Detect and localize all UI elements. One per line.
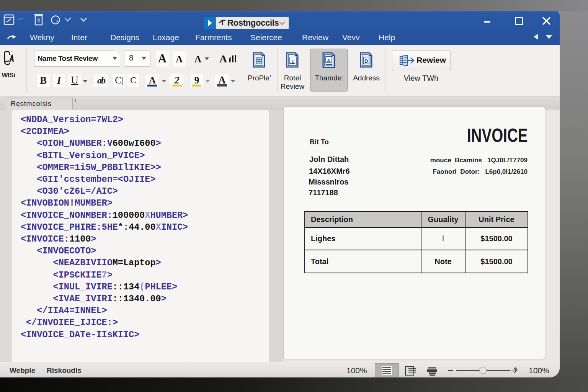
svg-text:a: a: [327, 57, 330, 63]
svg-text:c: c: [292, 59, 294, 64]
svg-text:D: D: [364, 58, 368, 64]
